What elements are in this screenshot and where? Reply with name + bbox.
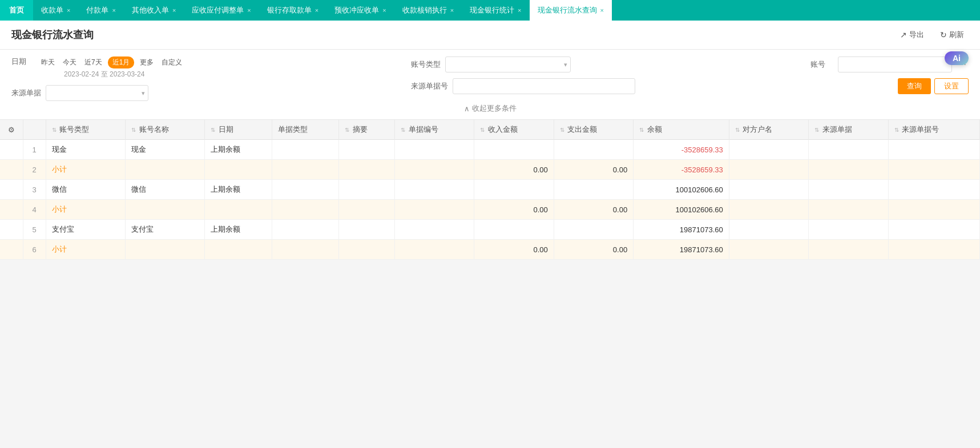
row-index: 1: [23, 140, 46, 160]
date-opt-custom[interactable]: 自定义: [159, 56, 184, 68]
date-options: 昨天 今天 近7天 近1月 更多 自定义: [39, 56, 184, 68]
nav-tab-8[interactable]: 现金银行统计 ×: [462, 0, 529, 21]
row-date: 上期余额: [205, 220, 272, 240]
row-expense: 0.00: [554, 240, 633, 260]
date-range-display: 2023-02-24 至 2023-03-24: [64, 70, 184, 79]
row-balance: 100102606.60: [634, 200, 729, 220]
doc-type-col-header[interactable]: 单据类型: [272, 120, 338, 140]
table-row[interactable]: 5支付宝支付宝上期余额19871073.60: [0, 220, 980, 240]
nav-tab-4[interactable]: 应收应付调整单 ×: [184, 0, 259, 21]
nav-tab-1[interactable]: 收款单 ×: [33, 0, 78, 21]
row-doc-no: [394, 180, 474, 200]
collapse-bar[interactable]: ∧ 收起更多条件: [11, 101, 969, 115]
account-name-col-header[interactable]: ⇅ 账号名称: [125, 120, 204, 140]
counterparty-col-header[interactable]: ⇅ 对方户名: [729, 120, 808, 140]
source-doc-col-header[interactable]: ⇅ 来源单据: [809, 120, 888, 140]
nav-tab-9[interactable]: 现金银行流水查询 ×: [530, 0, 612, 21]
row-account-name: 支付宝: [125, 220, 204, 240]
doc-no-col-header[interactable]: ⇅ 单据编号: [394, 120, 474, 140]
nav-tab-2[interactable]: 付款单 ×: [78, 0, 123, 21]
query-button[interactable]: 查询: [898, 78, 931, 94]
source-doc-no-input[interactable]: [453, 78, 635, 94]
source-doc-no-col-header[interactable]: ⇅ 来源单据号: [888, 120, 979, 140]
row-doc-no: [394, 200, 474, 220]
date-opt-more[interactable]: 更多: [138, 56, 156, 68]
row-account-type: 小计: [46, 200, 125, 220]
export-button[interactable]: ↗ 导出: [896, 27, 929, 42]
row-income: [474, 180, 554, 200]
row-doc-type: [272, 160, 338, 180]
date-opt-today[interactable]: 今天: [61, 56, 79, 68]
date-col-header[interactable]: ⇅ 日期: [205, 120, 272, 140]
close-tab-6-icon[interactable]: ×: [382, 7, 386, 14]
row-account-type: 支付宝: [46, 220, 125, 240]
income-col-header[interactable]: ⇅ 收入金额: [474, 120, 554, 140]
table-container: ⚙ ⇅ 账号类型 ⇅ 账号名称 ⇅ 日期 单据类型 ⇅: [0, 120, 980, 260]
row-counterparty: [729, 220, 808, 240]
account-label: 账号: [810, 59, 833, 70]
sort-arrows-account-type: ⇅: [52, 127, 57, 133]
source-doc-select[interactable]: [46, 85, 148, 101]
row-source-doc-no: [888, 160, 979, 180]
sort-arrows-account-name: ⇅: [131, 127, 136, 133]
account-type-select-wrapper[interactable]: [445, 56, 571, 72]
table-row[interactable]: 4小计0.000.00100102606.60: [0, 200, 980, 220]
table-row[interactable]: 1现金现金上期余额-3528659.33: [0, 140, 980, 160]
collapse-label: 收起更多条件: [472, 103, 517, 114]
sort-arrows-expense: ⇅: [560, 127, 564, 133]
gear-col-header[interactable]: ⚙: [0, 120, 23, 140]
table-row[interactable]: 6小计0.000.0019871073.60: [0, 240, 980, 260]
close-tab-8-icon[interactable]: ×: [518, 7, 521, 14]
row-index: 2: [23, 160, 46, 180]
row-balance: -3528659.33: [634, 140, 729, 160]
row-account-name: [125, 160, 204, 180]
filter-area: 日期 昨天 今天 近7天 近1月 更多 自定义 2023-02-24 至 202…: [0, 50, 980, 120]
index-col-header: [23, 120, 46, 140]
row-expense: 0.00: [554, 160, 633, 180]
row-account-name: 微信: [125, 180, 204, 200]
close-tab-5-icon[interactable]: ×: [315, 7, 318, 14]
ai-badge[interactable]: Ai: [945, 51, 969, 65]
close-tab-9-icon[interactable]: ×: [600, 7, 604, 14]
close-tab-2-icon[interactable]: ×: [112, 7, 115, 14]
account-type-select[interactable]: [445, 56, 571, 72]
row-income: [474, 220, 554, 240]
row-date: 上期余额: [205, 180, 272, 200]
settings-button[interactable]: 设置: [934, 78, 969, 94]
expense-col-header[interactable]: ⇅ 支出金额: [554, 120, 633, 140]
table-header-row: ⚙ ⇅ 账号类型 ⇅ 账号名称 ⇅ 日期 单据类型 ⇅: [0, 120, 980, 140]
nav-tab-6[interactable]: 预收冲应收单 ×: [326, 0, 394, 21]
nav-tab-3[interactable]: 其他收入单 ×: [124, 0, 184, 21]
date-opt-7days[interactable]: 近7天: [82, 56, 104, 68]
close-tab-4-icon[interactable]: ×: [247, 7, 251, 14]
row-doc-type: [272, 180, 338, 200]
row-expense: [554, 180, 633, 200]
close-tab-1-icon[interactable]: ×: [67, 7, 70, 14]
account-input[interactable]: [838, 56, 952, 72]
row-source-doc-no: [888, 200, 979, 220]
table-row[interactable]: 2小计0.000.00-3528659.33: [0, 160, 980, 180]
source-doc-select-wrapper[interactable]: [46, 85, 148, 101]
nav-tab-7[interactable]: 收款核销执行 ×: [394, 0, 462, 21]
row-doc-no: [394, 140, 474, 160]
date-opt-1month[interactable]: 近1月: [108, 56, 135, 68]
row-income: 0.00: [474, 240, 554, 260]
row-source-doc-no: [888, 140, 979, 160]
source-doc-no-label: 来源单据号: [411, 81, 448, 91]
close-tab-7-icon[interactable]: ×: [450, 7, 454, 14]
row-date: [205, 160, 272, 180]
nav-tab-5[interactable]: 银行存取款单 ×: [259, 0, 326, 21]
account-type-label: 账号类型: [411, 59, 441, 70]
row-income: 0.00: [474, 160, 554, 180]
row-counterparty: [729, 240, 808, 260]
close-tab-3-icon[interactable]: ×: [172, 7, 176, 14]
balance-col-header[interactable]: ⇅ 余额: [634, 120, 729, 140]
row-summary: [339, 180, 395, 200]
date-opt-yesterday[interactable]: 昨天: [39, 56, 57, 68]
row-balance: -3528659.33: [634, 160, 729, 180]
refresh-button[interactable]: ↻ 刷新: [935, 27, 969, 42]
account-type-col-header[interactable]: ⇅ 账号类型: [46, 120, 125, 140]
summary-col-header[interactable]: ⇅ 摘要: [339, 120, 395, 140]
table-row[interactable]: 3微信微信上期余额100102606.60: [0, 180, 980, 200]
nav-home[interactable]: 首页: [0, 0, 33, 21]
